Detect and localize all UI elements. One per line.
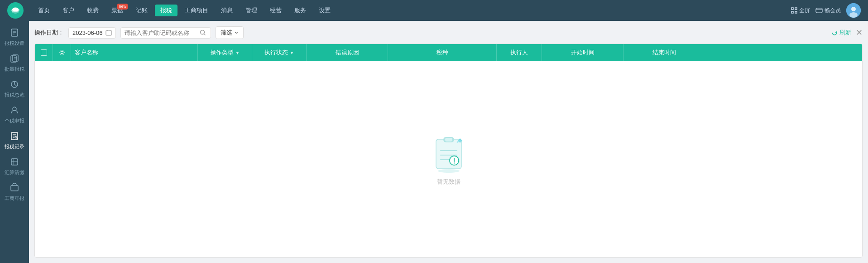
empty-state: 暂无数据 bbox=[431, 132, 467, 186]
nav-item-customer[interactable]: 客户 bbox=[57, 5, 80, 16]
top-right-actions: 全屏 畅会员 bbox=[791, 3, 861, 18]
chevron-down-icon bbox=[234, 30, 239, 35]
refresh-button[interactable]: 刷新 bbox=[831, 29, 851, 37]
app-logo[interactable] bbox=[7, 2, 24, 19]
nav-menu: 首页 客户 收费 票据 new 记账 报税 工商项目 消息 管理 经营 服务 设… bbox=[33, 5, 791, 16]
column-start-time: 开始时间 bbox=[542, 44, 623, 61]
main-layout: 报税设置 批量报税 报税总览 bbox=[0, 21, 868, 263]
sidebar-label-tax-records: 报税记录 bbox=[5, 143, 24, 150]
sort-icon-status: ▼ bbox=[290, 50, 294, 55]
filter-label: 筛选 bbox=[221, 29, 232, 37]
content-area: 操作日期： 2023-06-06 筛选 bbox=[29, 21, 868, 263]
user-avatar[interactable] bbox=[846, 3, 861, 18]
refresh-icon bbox=[831, 29, 838, 36]
sidebar-item-batch-tax[interactable]: 批量报税 bbox=[1, 50, 28, 76]
member-icon bbox=[815, 7, 823, 14]
svg-rect-5 bbox=[795, 8, 797, 10]
settlement-icon bbox=[10, 157, 19, 168]
svg-rect-45 bbox=[445, 138, 452, 141]
refresh-label: 刷新 bbox=[839, 29, 851, 37]
nav-item-operations[interactable]: 经营 bbox=[264, 5, 287, 16]
empty-text: 暂无数据 bbox=[437, 178, 460, 186]
sidebar-item-personal-tax[interactable]: 个税申报 bbox=[1, 102, 28, 128]
tax-overview-icon bbox=[10, 80, 19, 90]
nav-item-business[interactable]: 工商项目 bbox=[179, 5, 214, 16]
sidebar-item-tax-records[interactable]: 报税记录 bbox=[1, 128, 28, 154]
nav-item-home[interactable]: 首页 bbox=[33, 5, 55, 16]
personal-tax-icon bbox=[10, 106, 19, 116]
sidebar-label-tax-overview: 报税总览 bbox=[5, 92, 24, 98]
toolbar: 操作日期： 2023-06-06 筛选 bbox=[34, 26, 863, 39]
column-settings[interactable] bbox=[53, 44, 71, 61]
sidebar-item-annual-report[interactable]: 工商年报 bbox=[1, 180, 28, 205]
table-header: 客户名称 操作类型 ▼ 执行状态 ▼ 错误原因 税种 执行人 bbox=[35, 44, 862, 61]
column-checkbox[interactable] bbox=[35, 44, 53, 61]
sidebar-label-personal-tax: 个税申报 bbox=[5, 117, 24, 124]
fullscreen-label: 全屏 bbox=[799, 7, 810, 15]
column-customer-name: 客户名称 bbox=[71, 44, 198, 61]
svg-rect-4 bbox=[791, 8, 793, 10]
nav-item-accounting[interactable]: 记账 bbox=[130, 5, 153, 16]
search-icon bbox=[200, 29, 206, 36]
svg-point-11 bbox=[851, 7, 856, 11]
nav-item-messages[interactable]: 消息 bbox=[216, 5, 238, 16]
top-navigation: 首页 客户 收费 票据 new 记账 报税 工商项目 消息 管理 经营 服务 设… bbox=[0, 0, 868, 21]
svg-rect-32 bbox=[11, 159, 18, 165]
member-label: 畅会员 bbox=[825, 7, 841, 15]
sidebar-label-tax-settings: 报税设置 bbox=[5, 40, 24, 47]
svg-rect-8 bbox=[816, 8, 822, 13]
nav-item-fees[interactable]: 收费 bbox=[82, 5, 104, 16]
fullscreen-button[interactable]: 全屏 bbox=[791, 7, 810, 15]
column-end-time: 结束时间 bbox=[623, 44, 705, 61]
svg-line-41 bbox=[204, 34, 205, 35]
sidebar-item-tax-settings[interactable]: 报税设置 bbox=[1, 24, 28, 50]
column-executor: 执行人 bbox=[497, 44, 542, 61]
svg-point-12 bbox=[849, 12, 858, 18]
settings-icon bbox=[59, 49, 65, 56]
svg-rect-35 bbox=[11, 185, 18, 191]
svg-point-42 bbox=[61, 52, 63, 54]
sidebar-label-settlement: 汇算清缴 bbox=[5, 169, 24, 176]
search-box[interactable] bbox=[120, 27, 211, 39]
table-body: 暂无数据 bbox=[35, 61, 862, 257]
select-all-checkbox[interactable] bbox=[41, 49, 47, 56]
sidebar: 报税设置 批量报税 报税总览 bbox=[0, 21, 29, 263]
filter-button[interactable]: 筛选 bbox=[216, 26, 244, 39]
nav-item-tickets[interactable]: 票据 new bbox=[106, 5, 129, 16]
sidebar-item-settlement[interactable]: 汇算清缴 bbox=[1, 154, 28, 180]
empty-illustration bbox=[431, 132, 467, 173]
date-value: 2023-06-06 bbox=[72, 29, 103, 36]
date-label: 操作日期： bbox=[34, 29, 64, 37]
nav-item-services[interactable]: 服务 bbox=[289, 5, 312, 16]
sidebar-label-batch-tax: 批量报税 bbox=[5, 66, 24, 73]
sort-icon-operation: ▼ bbox=[235, 50, 240, 55]
svg-rect-36 bbox=[106, 30, 111, 35]
nav-item-management[interactable]: 管理 bbox=[240, 5, 263, 16]
new-badge: new bbox=[117, 4, 128, 10]
tax-records-icon bbox=[10, 132, 19, 142]
search-input[interactable] bbox=[125, 29, 197, 36]
column-error-reason: 错误原因 bbox=[307, 44, 388, 61]
table-container: 客户名称 操作类型 ▼ 执行状态 ▼ 错误原因 税种 执行人 bbox=[34, 44, 863, 258]
svg-point-52 bbox=[453, 162, 454, 163]
svg-point-53 bbox=[438, 169, 460, 173]
member-button[interactable]: 畅会员 bbox=[815, 7, 841, 15]
nav-item-settings[interactable]: 设置 bbox=[313, 5, 336, 16]
nav-item-tax[interactable]: 报税 bbox=[155, 5, 177, 16]
batch-tax-icon bbox=[10, 54, 19, 64]
tax-settings-icon bbox=[10, 28, 19, 39]
column-tax-type: 税种 bbox=[388, 44, 497, 61]
svg-rect-6 bbox=[791, 11, 793, 13]
svg-rect-7 bbox=[795, 11, 797, 13]
column-operation-type[interactable]: 操作类型 ▼ bbox=[198, 44, 252, 61]
sidebar-label-annual-report: 工商年报 bbox=[5, 195, 24, 202]
svg-point-3 bbox=[12, 8, 19, 12]
fullscreen-icon bbox=[791, 7, 797, 14]
svg-point-40 bbox=[200, 30, 204, 34]
date-picker[interactable]: 2023-06-06 bbox=[68, 27, 116, 39]
calendar-icon bbox=[106, 29, 112, 36]
close-button[interactable]: ✕ bbox=[856, 29, 863, 37]
annual-report-icon bbox=[10, 183, 19, 194]
column-exec-status[interactable]: 执行状态 ▼ bbox=[252, 44, 307, 61]
sidebar-item-tax-overview[interactable]: 报税总览 bbox=[1, 76, 28, 102]
